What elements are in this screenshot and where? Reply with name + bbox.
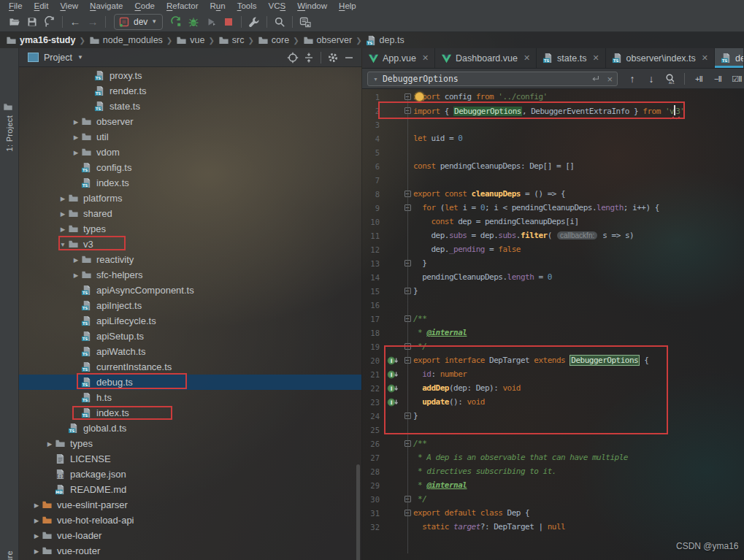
chevron-right-icon[interactable]: ▶ xyxy=(71,134,81,141)
code-line-14[interactable]: 14 pendingCleanupDeps.length = 0 xyxy=(362,270,744,284)
coverage-icon[interactable] xyxy=(202,14,220,30)
tool-window-button-project[interactable]: 1: Project xyxy=(0,101,19,151)
chevron-right-icon[interactable]: ▶ xyxy=(31,532,42,540)
code-line-3[interactable]: 3 xyxy=(362,118,744,131)
tree-item-util[interactable]: ▶ util xyxy=(19,129,361,145)
menu-item-run[interactable]: Run xyxy=(205,0,231,12)
menu-item-refactor[interactable]: Refactor xyxy=(161,0,203,12)
chevron-right-icon[interactable]: ▶ xyxy=(31,517,42,524)
tab-state-ts[interactable]: TS state.ts✕ xyxy=(537,48,606,68)
implemented-marker-icon[interactable]: I xyxy=(384,369,402,380)
tree-item-render-ts[interactable]: TS render.ts xyxy=(19,83,361,99)
chevron-right-icon[interactable]: ▶ xyxy=(71,256,81,264)
project-panel-title[interactable]: Project xyxy=(44,53,72,63)
code-line-15[interactable]: 15−} xyxy=(362,284,744,298)
tree-item-vue-loader[interactable]: ▶ vue-loader xyxy=(19,528,361,543)
close-icon[interactable]: ✕ xyxy=(702,53,708,63)
code-editor[interactable]: 1−import config from '../config'2−import… xyxy=(362,89,744,560)
tree-item-vue-hot-reload-api[interactable]: ▶ vue-hot-reload-api xyxy=(19,513,361,528)
menu-item-tools[interactable]: Tools xyxy=(232,0,262,12)
tree-item-license[interactable]: LICENSE xyxy=(19,451,361,467)
menu-item-navigate[interactable]: Navigate xyxy=(85,0,128,12)
code-line-28[interactable]: 28 * directives subscribing to it. xyxy=(362,464,744,478)
code-line-22[interactable]: 22I addDep(dep: Dep): void xyxy=(362,381,744,395)
close-icon[interactable]: ✕ xyxy=(592,53,599,63)
code-line-26[interactable]: 26−/** xyxy=(362,437,744,450)
tree-item-debug-ts[interactable]: TS debug.ts xyxy=(19,375,361,390)
breadcrumb-item-dep-ts[interactable]: TSdep.ts xyxy=(366,35,404,46)
code-line-10[interactable]: 10 const dep = pendingCleanupDeps[i] xyxy=(362,215,744,229)
run-icon[interactable] xyxy=(167,14,185,30)
tree-item-index-ts[interactable]: TS index.ts xyxy=(19,175,361,191)
chevron-right-icon[interactable]: ▶ xyxy=(58,195,68,202)
tree-item-apiinject-ts[interactable]: TS apiInject.ts xyxy=(19,298,361,313)
menu-item-edit[interactable]: Edit xyxy=(29,0,54,12)
find-all-icon[interactable]: ALL xyxy=(661,71,679,87)
code-line-21[interactable]: 21I id: number xyxy=(362,367,744,381)
remove-occurrence-icon[interactable]: −Ⅱ xyxy=(709,71,726,87)
chevron-right-icon[interactable]: ▶ xyxy=(71,272,81,279)
breadcrumb-item-yma16-study[interactable]: yma16-study xyxy=(6,35,75,46)
code-line-19[interactable]: 19− */ xyxy=(362,340,744,353)
breadcrumb-item-core[interactable]: core xyxy=(258,35,289,46)
code-line-24[interactable]: 24−} xyxy=(362,409,744,423)
project-scrollbar[interactable] xyxy=(356,464,360,560)
tree-item-v3[interactable]: ▼ v3 xyxy=(19,237,361,252)
menu-item-view[interactable]: View xyxy=(55,0,83,12)
newline-icon[interactable] xyxy=(590,74,601,84)
tree-item-apilifecycle-ts[interactable]: TS apiLifecycle.ts xyxy=(19,313,361,329)
settings-sync-icon[interactable] xyxy=(296,14,314,30)
tool-window-button-structure[interactable]: Structure xyxy=(0,551,19,560)
minimize-icon[interactable] xyxy=(341,50,357,65)
chevron-right-icon[interactable]: ▶ xyxy=(71,149,81,156)
code-line-29[interactable]: 29 * @internal xyxy=(362,478,744,492)
back-icon[interactable]: ← xyxy=(66,14,84,30)
chevron-right-icon[interactable]: ▶ xyxy=(58,226,68,233)
tab-dashboard-vue[interactable]: Dashboard.vue✕ xyxy=(435,48,537,68)
tree-item-currentinstance-ts[interactable]: TS currentInstance.ts xyxy=(19,359,361,375)
tree-item-vue-eslint-parser[interactable]: ▶ vue-eslint-parser xyxy=(19,497,361,513)
open-icon[interactable] xyxy=(6,14,23,30)
code-line-20[interactable]: 20I−export interface DepTarget extends D… xyxy=(362,353,744,367)
tree-item-platforms[interactable]: ▶ platforms xyxy=(19,191,361,206)
tree-item-reactivity[interactable]: ▶ reactivity xyxy=(19,252,361,267)
gear-icon[interactable] xyxy=(325,50,341,65)
close-icon[interactable]: × xyxy=(607,74,613,85)
code-line-17[interactable]: 17−/** xyxy=(362,312,744,326)
breadcrumb-item-src[interactable]: src xyxy=(218,35,245,46)
save-icon[interactable] xyxy=(23,14,41,30)
menu-item-window[interactable]: Window xyxy=(292,0,332,12)
code-line-13[interactable]: 13− } xyxy=(362,256,744,270)
code-line-11[interactable]: 11 dep.subs = dep.subs.filter( callbackf… xyxy=(362,229,744,242)
tree-item-config-ts[interactable]: TS config.ts xyxy=(19,160,361,175)
implemented-marker-icon[interactable]: I xyxy=(384,355,402,367)
code-line-32[interactable]: 32 static target?: DepTarget | null xyxy=(362,520,744,534)
chevron-right-icon[interactable]: ▶ xyxy=(71,118,81,126)
breadcrumb-item-node-modules[interactable]: node_modules xyxy=(89,35,163,46)
code-line-5[interactable]: 5 xyxy=(362,145,744,159)
tree-item-observer[interactable]: ▶ observer xyxy=(19,114,361,129)
chevron-right-icon[interactable]: ▶ xyxy=(31,502,42,509)
tree-item-types[interactable]: ▶ types xyxy=(19,436,361,451)
stop-icon[interactable] xyxy=(220,14,237,30)
implemented-marker-icon[interactable]: I xyxy=(384,383,402,394)
code-line-27[interactable]: 27 * A dep is an observable that can hav… xyxy=(362,450,744,464)
chevron-down-icon[interactable]: ▼ xyxy=(58,241,68,248)
code-line-12[interactable]: 12 dep._pending = false xyxy=(362,242,744,256)
code-line-8[interactable]: 8−export const cleanupDeps = () => { xyxy=(362,187,744,201)
code-line-31[interactable]: 31−export default class Dep { xyxy=(362,506,744,520)
tree-item-apiwatch-ts[interactable]: TS apiWatch.ts xyxy=(19,344,361,359)
code-line-18[interactable]: 18 * @internal xyxy=(362,326,744,340)
breadcrumb-item-observer[interactable]: observer xyxy=(303,35,353,46)
wrench-icon[interactable] xyxy=(245,14,263,30)
debug-icon[interactable] xyxy=(185,14,202,30)
code-line-6[interactable]: 6const pendingCleanupDeps: Dep[] = [] xyxy=(362,159,744,173)
intention-bulb-icon[interactable] xyxy=(415,92,424,101)
chevron-right-icon[interactable]: ▶ xyxy=(31,548,42,555)
chevron-down-icon[interactable]: ▼ xyxy=(77,54,83,61)
search-history-chevron-icon[interactable]: ▼ xyxy=(373,77,378,82)
tree-item-shared[interactable]: ▶ shared xyxy=(19,206,361,221)
chevron-right-icon[interactable]: ▶ xyxy=(45,440,55,448)
code-line-25[interactable]: 25 xyxy=(362,423,744,437)
breadcrumb-item-vue[interactable]: vue xyxy=(176,35,204,46)
